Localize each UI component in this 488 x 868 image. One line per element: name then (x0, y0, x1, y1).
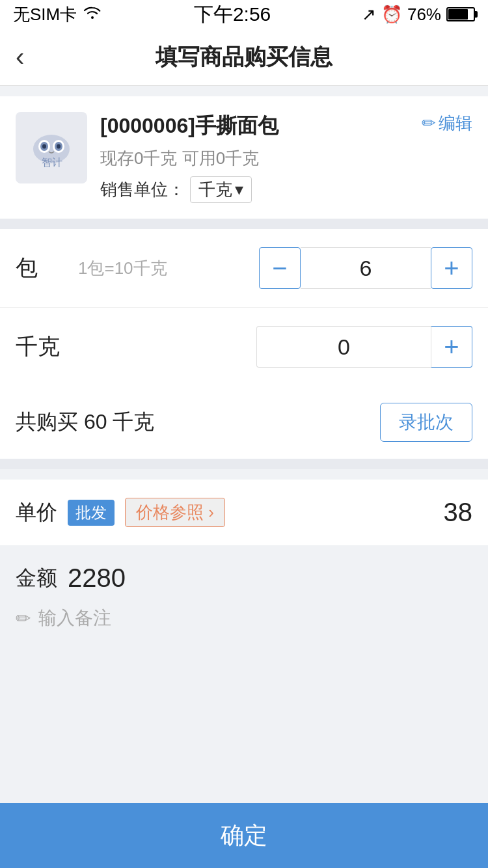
carrier-text: 无SIM卡 (13, 3, 77, 26)
unit-value: 千克 (198, 178, 232, 201)
price-value: 38 (444, 498, 473, 527)
svg-text:智计: 智计 (42, 157, 62, 167)
unit-dropdown-icon: ▾ (235, 180, 243, 200)
alarm-icon: ⏰ (381, 5, 402, 25)
status-time: 下午2:56 (194, 1, 271, 28)
kg-plus-button[interactable]: + (431, 326, 472, 368)
bao-input-row: 包 1包=10千克 − + (0, 229, 488, 308)
kg-qty-control: + (256, 326, 472, 368)
location-icon: ↗ (362, 5, 376, 25)
batch-button[interactable]: 录批次 (380, 403, 472, 442)
unit-label: 销售单位： (100, 178, 185, 201)
product-stock: 现存0千克 可用0千克 (100, 147, 472, 170)
input-section: 包 1包=10千克 − + 千克 + (0, 229, 488, 386)
page-title: 填写商品购买信息 (156, 42, 332, 72)
status-bar: 无SIM卡 下午2:56 ↗ ⏰ 76% (0, 0, 488, 29)
pencil-icon: ✏ (16, 608, 31, 629)
svg-point-6 (57, 144, 61, 149)
price-section: 单价 批发 价格参照 › 38 (0, 480, 488, 545)
battery-text: 76% (407, 5, 441, 25)
note-row[interactable]: ✏ 输入备注 (16, 606, 472, 644)
summary-text: 共购买 60 千克 (16, 408, 154, 437)
bao-minus-button[interactable]: − (259, 247, 301, 289)
edit-label: 编辑 (439, 112, 472, 135)
nav-bar: ‹ 填写商品购买信息 (0, 29, 488, 86)
bao-hint: 1包=10千克 (78, 257, 249, 280)
section-divider-1 (0, 219, 488, 229)
wifi-icon (82, 5, 103, 25)
section-divider-2 (0, 459, 488, 469)
bao-label: 包 (16, 253, 68, 283)
battery-icon (446, 7, 475, 21)
price-badge: 批发 (68, 500, 115, 526)
bao-plus-button[interactable]: + (431, 247, 472, 289)
kg-label: 千克 (16, 332, 68, 362)
status-left: 无SIM卡 (13, 3, 103, 26)
edit-button[interactable]: ✏ 编辑 (422, 112, 472, 135)
amount-section: 金额 2280 ✏ 输入备注 (0, 545, 488, 644)
amount-value: 2280 (68, 563, 126, 593)
kg-qty-input[interactable] (256, 326, 431, 368)
unit-select[interactable]: 千克 ▾ (190, 176, 252, 203)
price-label: 单价 (16, 498, 57, 527)
bao-qty-control: − + (259, 247, 472, 289)
price-ref-button[interactable]: 价格参照 › (125, 498, 225, 527)
amount-label: 金额 (16, 564, 57, 593)
product-info: [0000006]手撕面包 现存0千克 可用0千克 销售单位： 千克 ▾ (100, 112, 472, 203)
amount-row: 金额 2280 (16, 563, 472, 593)
edit-icon: ✏ (422, 113, 436, 133)
product-thumbnail: 智计 (16, 112, 87, 183)
status-right: ↗ ⏰ 76% (362, 5, 475, 25)
product-name: [0000006]手撕面包 (100, 112, 472, 141)
kg-input-row: 千克 + (0, 308, 488, 386)
svg-point-5 (42, 144, 46, 149)
back-button[interactable]: ‹ (16, 42, 24, 72)
summary-row: 共购买 60 千克 录批次 (0, 386, 488, 459)
bao-qty-input[interactable] (301, 247, 431, 289)
note-placeholder: 输入备注 (38, 606, 111, 631)
confirm-button[interactable]: 确定 (0, 803, 488, 868)
product-unit: 销售单位： 千克 ▾ (100, 176, 472, 203)
product-card: 智计 [0000006]手撕面包 现存0千克 可用0千克 销售单位： 千克 ▾ … (0, 96, 488, 219)
